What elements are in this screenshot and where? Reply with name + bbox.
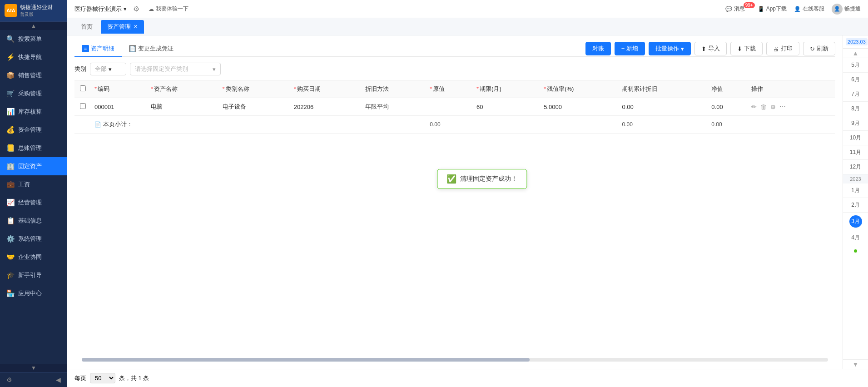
sidebar-item-sales[interactable]: 📦 销售管理	[0, 66, 67, 84]
month-scroll-down[interactable]: ▼	[853, 361, 859, 368]
sidebar-item-purchase[interactable]: 🛒 采购管理	[0, 84, 67, 103]
avatar: 👤	[832, 4, 843, 15]
sidebar-item-inventory[interactable]: 📊 库存核算	[0, 103, 67, 121]
company-selector[interactable]: 医疗器械行业演示 ▾	[74, 5, 127, 13]
col-code: *编码	[91, 80, 147, 98]
message-icon: 💬	[725, 6, 732, 12]
export-button[interactable]: ⬆ 导入	[694, 42, 727, 55]
sidebar-item-appstore[interactable]: 🏪 应用中心	[0, 284, 67, 303]
tab-asset[interactable]: 资产管理 ✕	[101, 20, 144, 34]
month-12[interactable]: 12月	[843, 160, 868, 174]
user-menu[interactable]: 👤 畅捷通	[832, 4, 861, 15]
messages-button[interactable]: 💬 消息 99+	[725, 5, 750, 13]
inventory-icon: 📊	[6, 108, 15, 116]
cloud-icon: ☁	[149, 6, 154, 12]
month-1[interactable]: 1月	[843, 184, 868, 198]
company-dropdown-icon: ▾	[124, 5, 127, 12]
sidebar-item-finance[interactable]: 💰 资金管理	[0, 121, 67, 139]
row-category: 电子设备	[219, 98, 290, 116]
app-logo-text: 畅捷通好业财 普及版	[20, 4, 53, 18]
subtotal-initial: 0.00	[618, 116, 708, 134]
download-button[interactable]: ⬇ 下载	[730, 42, 763, 55]
sysadmin-icon: ⚙️	[6, 235, 15, 243]
settings-icon[interactable]: ⚙	[6, 376, 12, 383]
tab-home[interactable]: 首页	[74, 20, 99, 34]
tab-close-icon[interactable]: ✕	[134, 24, 138, 30]
guide-icon: 🎓	[6, 271, 15, 279]
per-page-select[interactable]: 50 10 20 100	[90, 373, 115, 383]
online-service-button[interactable]: 👤 在线客服	[794, 5, 824, 13]
tabbar: 首页 资产管理 ✕	[67, 18, 868, 35]
print-icon: 🖨	[773, 45, 779, 52]
sidebar-bottom: ⚙ ◀	[0, 372, 67, 387]
sidebar-item-guide[interactable]: 🎓 新手引导	[0, 266, 67, 284]
month-10[interactable]: 10月	[843, 131, 868, 145]
row-initial-accumulated: 0.00	[618, 98, 708, 116]
sidebar-item-enterprise[interactable]: 🤝 企业协同	[0, 248, 67, 266]
voucher-icon: 📄	[129, 45, 136, 52]
month-8[interactable]: 8月	[843, 102, 868, 116]
row-residual-rate: 5.0000	[540, 98, 618, 116]
month-4[interactable]: 4月	[843, 231, 868, 245]
more-icon[interactable]: ⋯	[779, 103, 786, 110]
print-button[interactable]: 🖨 打印	[766, 42, 799, 55]
month-list: 5月 6月 7月 8月 9月 10月 11月 12月 2023 1月 2月 3月…	[843, 58, 868, 359]
sidebar-item-payroll[interactable]: 💼 工资	[0, 175, 67, 194]
category-select[interactable]: 全部 ▾	[90, 63, 126, 75]
experience-button[interactable]: ☁ 我要体验一下	[149, 5, 188, 13]
month-5[interactable]: 5月	[843, 58, 868, 73]
delete-icon[interactable]: 🗑	[760, 103, 767, 110]
row-depreciation: 年限平均	[362, 98, 426, 116]
subtab-voucher[interactable]: 📄 变更生成凭证	[122, 41, 181, 57]
month-9[interactable]: 9月	[843, 116, 868, 131]
edit-icon[interactable]: ✏	[751, 103, 757, 110]
row-checkbox[interactable]	[80, 103, 86, 109]
month-11[interactable]: 11月	[843, 145, 868, 160]
month-scroll-up[interactable]: ▲	[853, 50, 859, 57]
select-all-checkbox[interactable]	[80, 85, 86, 91]
sidebar-item-fixedassets[interactable]: 🏢 固定资产	[0, 157, 67, 175]
subtotal-label: 本页小计：	[103, 121, 133, 128]
sidebar-item-basicinfo[interactable]: 📋 基础信息	[0, 212, 67, 230]
col-depreciation: 折旧方法	[362, 80, 426, 98]
subtotal-original: 0.00	[426, 116, 473, 134]
category-input[interactable]: 请选择固定资产类别 ▾	[130, 63, 221, 75]
collapse-icon[interactable]: ◀	[56, 376, 61, 383]
filter-row: 类别 全部 ▾ 请选择固定资产类别 ▾	[74, 63, 835, 75]
ledger-icon: 📒	[6, 144, 15, 152]
sidebar-scroll-down[interactable]: ▼	[0, 364, 67, 372]
month-3-container: 3月	[843, 213, 868, 231]
app-download-button[interactable]: 📱 App下载	[758, 5, 787, 13]
dot-indicator-container	[843, 245, 868, 256]
col-category: *类别名称	[219, 80, 290, 98]
copy-icon[interactable]: ⊕	[770, 103, 776, 110]
sidebar-item-management[interactable]: 📈 经营管理	[0, 194, 67, 212]
sidebar-item-search[interactable]: 🔍 搜索菜单	[0, 30, 67, 48]
category-select-arrow: ▾	[109, 66, 112, 73]
sidebar-item-sysadmin[interactable]: ⚙️ 系统管理	[0, 230, 67, 248]
download-icon: 📱	[758, 6, 764, 12]
month-3[interactable]: 3月	[849, 215, 862, 228]
table-row: 000001 电脑 电子设备 202206 年限平均 60 5.0000 0.0…	[74, 98, 835, 116]
sidebar-item-quicknav[interactable]: ⚡ 快捷导航	[0, 48, 67, 66]
sidebar-item-ledger[interactable]: 📒 总账管理	[0, 139, 67, 157]
message-badge: 99+	[744, 2, 755, 8]
month-6[interactable]: 6月	[843, 73, 868, 87]
col-period: *期限(月)	[473, 80, 540, 98]
management-icon: 📈	[6, 198, 15, 207]
batch-button[interactable]: 批量操作 ▾	[649, 42, 691, 55]
refresh-button[interactable]: ↻ 刷新	[803, 42, 835, 55]
total-label: 条，共 1 条	[119, 374, 149, 382]
horizontal-scrollbar[interactable]	[82, 358, 828, 362]
sidebar-scroll-up[interactable]: ▲	[0, 22, 67, 30]
month-2[interactable]: 2月	[843, 198, 868, 213]
sidebar-nav: 🔍 搜索菜单 ⚡ 快捷导航 📦 销售管理 🛒 采购管理 📊 库存核算 💰 资金管…	[0, 30, 67, 364]
download-icon2: ⬇	[737, 45, 742, 52]
subtab-assetlist[interactable]: ≡ 资产明细	[74, 41, 122, 57]
filter-input-arrow: ▾	[213, 66, 216, 73]
new-button[interactable]: + 新增	[615, 42, 645, 55]
reconcile-button[interactable]: 对账	[585, 42, 611, 55]
month-7[interactable]: 7月	[843, 87, 868, 102]
right-panel-header: 2023.03 ✕ ⤢	[843, 35, 868, 49]
topbar-settings-icon[interactable]: ⚙	[133, 5, 139, 13]
